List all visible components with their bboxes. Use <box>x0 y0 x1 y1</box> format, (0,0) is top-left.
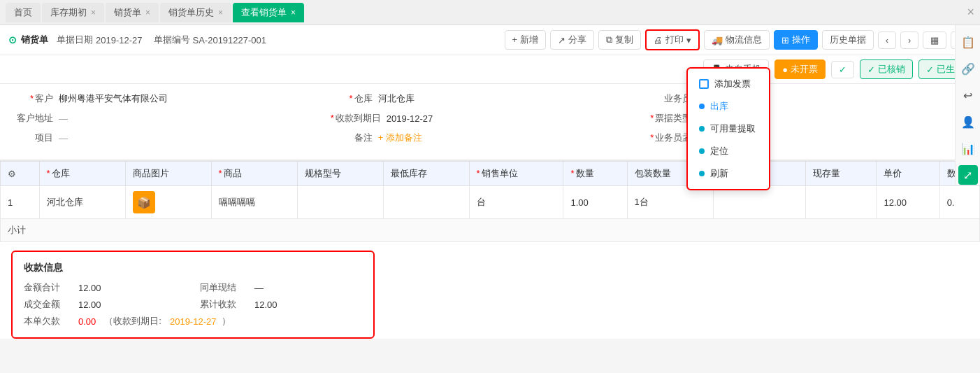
sidebar-icon-chart[interactable]: 📊 <box>958 139 978 158</box>
tab-view-sales[interactable]: 查看销货单 × <box>233 3 304 22</box>
dropdown-refresh[interactable]: 刷新 <box>688 162 769 185</box>
window-close-button[interactable]: × <box>967 5 974 20</box>
tab-inventory-close[interactable]: × <box>91 8 96 17</box>
payment-owed-close: ） <box>222 315 231 328</box>
product-table-wrap: ⚙ 仓库 商品图片 商品 规格型号 最低库存 销售单位 数量 包装数量 可用量 … <box>0 160 980 242</box>
tab-sales-close[interactable]: × <box>145 8 150 17</box>
row-more: 0. <box>939 186 979 219</box>
payment-deal-item: 成交金额 12.00 <box>24 298 186 311</box>
note-field: 备注 + 添加备注 <box>331 132 650 144</box>
row-current <box>806 186 877 219</box>
dropdown-available-qty[interactable]: 可用量提取 <box>688 118 769 140</box>
new-button[interactable]: + 新增 <box>505 30 546 50</box>
settings-icon[interactable]: ⚙ <box>8 169 16 179</box>
invoice-square-icon <box>699 79 709 89</box>
share-button[interactable]: ↗ 分享 <box>550 30 594 50</box>
address-value: — <box>59 113 68 124</box>
sidebar-icon-user[interactable]: 👤 <box>958 112 978 132</box>
col-min-stock: 最低库存 <box>383 162 469 186</box>
tab-view-sales-close[interactable]: × <box>291 8 296 17</box>
project-field: 项目 — <box>11 132 331 144</box>
copy-icon: ⧉ <box>606 34 612 45</box>
tab-bar: 首页 库存期初 × 销货单 × 销货单历史 × 查看销货单 × × <box>0 0 980 25</box>
doc-number-meta: 单据编号 SA-20191227-001 <box>154 34 267 46</box>
copy-button[interactable]: ⧉ 复制 <box>598 30 641 50</box>
ticket-icon: ● <box>782 64 788 75</box>
project-label: 项目 <box>11 132 53 144</box>
payment-amount-label: 金额合计 <box>24 281 73 294</box>
row-spec <box>297 186 383 219</box>
dropdown-outbound[interactable]: 出库 <box>688 95 769 118</box>
checked1-button[interactable]: ✓ 已核销 <box>860 59 913 79</box>
col-spec: 规格型号 <box>297 162 383 186</box>
sidebar-icon-link[interactable]: 🔗 <box>958 59 978 78</box>
row-warehouse: 河北仓库 <box>39 186 125 219</box>
toolbar-right: + 新增 ↗ 分享 ⧉ 复制 🖨 打印 ▾ 🚚 物流信息 ⊞ 操作 <box>505 29 972 50</box>
payment-owed-note: （收款到期日: <box>104 315 161 328</box>
col-qty: 数量 <box>563 162 627 186</box>
available-qty-dot-icon <box>699 126 705 132</box>
sidebar-icon-expand[interactable]: ⤢ <box>958 165 978 185</box>
product-table: ⚙ 仓库 商品图片 商品 规格型号 最低库存 销售单位 数量 包装数量 可用量 … <box>0 161 980 242</box>
sidebar-icon-clipboard[interactable]: 📋 <box>958 32 978 52</box>
project-value: — <box>59 133 68 143</box>
grid-view-button[interactable]: ▦ <box>923 31 946 49</box>
form-area: 客户 柳州粤港平安气体有限公司 仓库 河北仓库 业务员 演示账号 客户地址 — … <box>0 84 980 160</box>
payment-owed-date: 2019-12-27 <box>170 316 217 327</box>
payment-cumulative-value: 12.00 <box>254 300 278 310</box>
row-price: 12.00 <box>877 186 939 219</box>
dropdown-add-invoice[interactable]: 添加发票 <box>688 73 769 95</box>
print-dropdown-icon: ▾ <box>686 35 691 45</box>
staff2-label: 业务员孟 <box>649 132 691 144</box>
tab-sales-history-close[interactable]: × <box>218 8 223 17</box>
check-icon-btn[interactable]: ✓ <box>831 61 854 78</box>
row-no: 1 <box>1 186 40 219</box>
next-button[interactable]: › <box>900 31 918 49</box>
payment-owed-row: 本单欠款 0.00 （收款到期日: 2019-12-27 ） <box>24 315 362 328</box>
doc-title: ⊙ 销货单 <box>8 34 48 46</box>
address-label: 客户地址 <box>11 112 53 125</box>
sales-order-icon: ⊙ <box>8 34 17 45</box>
logistics-button[interactable]: 🚚 物流信息 <box>704 30 770 50</box>
tab-home[interactable]: 首页 <box>6 3 41 22</box>
col-current: 现存量 <box>806 162 877 186</box>
tab-inventory-label: 库存期初 <box>50 6 87 19</box>
doc-date-value: 2019-12-27 <box>96 35 143 45</box>
dropdown-locate[interactable]: 定位 <box>688 140 769 162</box>
add-note-btn[interactable]: + 添加备注 <box>378 132 422 144</box>
tab-view-sales-label: 查看销货单 <box>241 6 287 19</box>
sidebar-icon-return[interactable]: ↩ <box>958 85 978 105</box>
tab-sales-history-label: 销货单历史 <box>168 6 214 19</box>
address-field: 客户地址 — <box>11 112 331 125</box>
form-row-1: 客户 柳州粤港平安气体有限公司 仓库 河北仓库 业务员 演示账号 <box>11 92 969 105</box>
operations-dropdown: 添加发票 出库 可用量提取 定位 刷新 <box>686 67 770 190</box>
prev-button[interactable]: ‹ <box>878 31 896 49</box>
operations-icon: ⊞ <box>781 35 789 45</box>
operations-button[interactable]: ⊞ 操作 <box>774 30 818 50</box>
tab-sales-history[interactable]: 销货单历史 × <box>160 3 231 22</box>
col-settings: ⚙ <box>1 162 40 186</box>
doc-number-label: 单据编号 <box>154 34 190 46</box>
right-sidebar: 📋 🔗 ↩ 👤 📊 ⤢ <box>955 25 980 185</box>
product-image: 📦 <box>133 191 155 213</box>
outbound-dot-icon <box>699 104 705 109</box>
check-icon: ✓ <box>839 64 846 75</box>
checked2-icon: ✓ <box>926 64 934 75</box>
doc-date-label: 单据日期 <box>57 34 93 46</box>
col-product: 商品 <box>211 162 297 186</box>
refresh-dot-icon <box>699 171 705 176</box>
history-button[interactable]: 历史单据 <box>822 30 874 50</box>
not-opened-button[interactable]: ● 未开票 <box>774 59 826 79</box>
payment-settlement-value: — <box>254 283 264 293</box>
main-content: ⊙ 销货单 单据日期 2019-12-27 单据编号 SA-20191227-0… <box>0 25 980 339</box>
tab-sales[interactable]: 销货单 × <box>106 3 159 22</box>
tab-inventory[interactable]: 库存期初 × <box>42 3 104 22</box>
customer-field: 客户 柳州粤港平安气体有限公司 <box>11 92 331 105</box>
payment-grid: 金额合计 12.00 同单现结 — 成交金额 12.00 累计收款 12.00 … <box>24 281 362 328</box>
print-button[interactable]: 🖨 打印 ▾ <box>645 29 700 50</box>
doc-title-text: 销货单 <box>21 34 48 46</box>
row-image: 📦 <box>125 186 211 219</box>
row-unit: 台 <box>469 186 563 219</box>
warehouse-value: 河北仓库 <box>378 92 415 105</box>
doc-number-value: SA-20191227-001 <box>193 35 267 45</box>
